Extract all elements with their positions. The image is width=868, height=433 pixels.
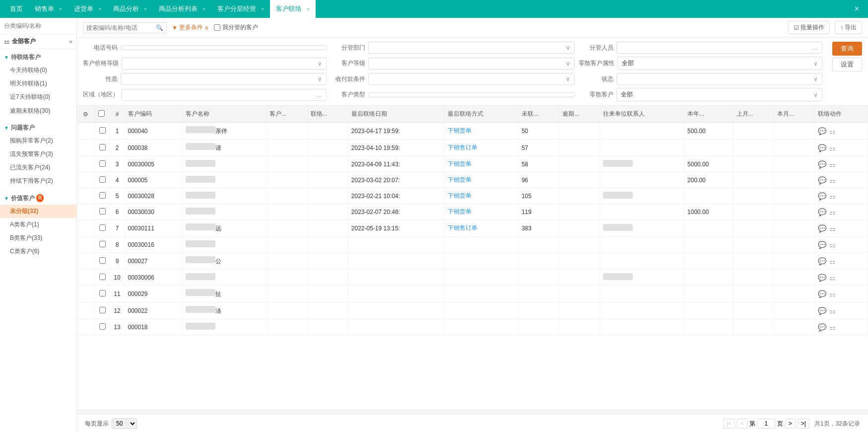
chat-icon-7[interactable]: 💬 — [818, 241, 826, 249]
close-customer-contact-icon[interactable]: × — [307, 6, 310, 12]
prev-page-button[interactable]: < — [737, 419, 747, 429]
first-page-button[interactable]: |< — [723, 419, 735, 429]
row-last-way-10[interactable] — [445, 286, 519, 302]
menu-icon-5[interactable]: ⚏ — [829, 208, 836, 216]
chat-icon-5[interactable]: 💬 — [818, 208, 826, 216]
row-check-6[interactable] — [95, 220, 110, 237]
row-last-way-4[interactable]: 下销货单 — [445, 188, 519, 204]
reset-button[interactable]: 设置 — [832, 58, 862, 72]
row-last-way-8[interactable] — [445, 253, 519, 270]
nav-purchase[interactable]: 进货单 × — [68, 0, 107, 18]
sidebar-item-ungrouped[interactable]: 未分组(32) — [0, 205, 76, 218]
row-last-way-11[interactable] — [445, 302, 519, 319]
close-product-analysis-icon[interactable]: × — [144, 6, 147, 12]
row-last-way-6[interactable]: 下销售订单 — [445, 220, 519, 237]
row-last-way-12[interactable] — [445, 319, 519, 335]
menu-icon-9[interactable]: ⚏ — [829, 274, 836, 282]
sidebar-all-customers[interactable]: ⚏ 全部客户 « — [0, 34, 76, 49]
chat-icon-8[interactable]: 💬 — [818, 257, 826, 265]
sidebar-item-class-b[interactable]: B类客户(33) — [0, 231, 76, 245]
search-input[interactable] — [86, 24, 156, 31]
filter-phone-input[interactable] — [121, 45, 327, 50]
th-unit-contact[interactable]: 往来单位联系人 — [600, 106, 684, 123]
row-last-way-7[interactable] — [445, 237, 519, 253]
page-size-select[interactable]: 50 20 100 — [112, 418, 137, 429]
th-contact[interactable]: 联络... — [307, 106, 348, 123]
select-all-checkbox[interactable] — [98, 110, 105, 117]
nav-sales[interactable]: 销售单 × — [29, 0, 68, 18]
row-check-7[interactable] — [95, 237, 110, 253]
row-check-10[interactable] — [95, 286, 110, 302]
close-product-list-icon[interactable]: × — [202, 6, 205, 12]
th-overdue[interactable]: 逾期... — [559, 106, 600, 123]
row-last-way-2[interactable]: 下销货单 — [445, 156, 519, 172]
filter-person-input[interactable]: … — [616, 42, 822, 54]
sidebar-group-problem-title[interactable]: ▼ 问题客户 — [0, 122, 76, 134]
th-uncontacted[interactable]: 未联... — [518, 106, 559, 123]
menu-icon-12[interactable]: ⚏ — [829, 323, 836, 331]
row-last-way-9[interactable] — [445, 270, 519, 286]
sidebar-item-class-a[interactable]: A类客户(1) — [0, 218, 76, 231]
row-last-way-0[interactable]: 下销货单 — [445, 123, 519, 140]
menu-icon-8[interactable]: ⚏ — [829, 257, 836, 265]
row-check-12[interactable] — [95, 319, 110, 335]
row-check-5[interactable] — [95, 204, 110, 220]
chat-icon-6[interactable]: 💬 — [818, 224, 826, 232]
my-customers-checkbox[interactable] — [214, 24, 220, 31]
row-check-11[interactable] — [95, 302, 110, 319]
row-last-way-5[interactable]: 下销货单 — [445, 204, 519, 220]
chat-icon-10[interactable]: 💬 — [818, 290, 826, 298]
close-purchase-icon[interactable]: × — [98, 6, 101, 12]
th-check[interactable] — [95, 106, 110, 123]
chat-icon-4[interactable]: 💬 — [818, 192, 826, 200]
filter-price-input[interactable]: ∨ — [122, 58, 327, 70]
close-customer-layer-icon[interactable]: × — [261, 6, 264, 12]
last-page-button[interactable]: >| — [798, 419, 809, 429]
chat-icon-12[interactable]: 💬 — [818, 323, 826, 331]
sidebar-search-input[interactable] — [4, 22, 77, 29]
filter-dept-input[interactable]: ∨ — [368, 42, 574, 54]
sidebar-item-churn-warn[interactable]: 流失预警客户(3) — [0, 147, 76, 161]
sidebar-group-value-title[interactable]: ▼ 价值客户 R — [0, 192, 76, 205]
menu-icon-3[interactable]: ⚏ — [829, 176, 836, 184]
export-button[interactable]: ↑ 导出 — [835, 21, 862, 34]
row-check-1[interactable] — [95, 140, 110, 156]
menu-icon-11[interactable]: ⚏ — [829, 307, 836, 315]
th-last-contact-way[interactable]: 最后联络方式 — [445, 106, 519, 123]
row-check-8[interactable] — [95, 253, 110, 270]
chat-icon-0[interactable]: 💬 — [818, 127, 826, 135]
row-check-9[interactable] — [95, 270, 110, 286]
sidebar-item-class-c[interactable]: C类客户(6) — [0, 245, 76, 258]
more-filters-button[interactable]: ▼ 更多条件 ∧ — [172, 23, 209, 32]
page-number-input[interactable] — [757, 419, 775, 429]
filter-payment-input[interactable]: ∨ — [368, 73, 574, 85]
chat-icon-9[interactable]: 💬 — [818, 274, 826, 282]
chat-icon-1[interactable]: 💬 — [818, 144, 826, 152]
chat-icon-3[interactable]: 💬 — [818, 176, 826, 184]
row-check-4[interactable] — [95, 188, 110, 204]
filter-nature-input[interactable]: ∨ — [121, 73, 327, 85]
chat-icon-2[interactable]: 💬 — [818, 160, 826, 168]
sidebar-group-pending-title[interactable]: ▼ 待联络客户 — [0, 51, 76, 64]
th-last-contact-date[interactable]: 最后联络日期 — [348, 106, 444, 123]
filter-search-icon[interactable]: 🔍 — [156, 24, 163, 31]
next-page-button[interactable]: > — [785, 419, 796, 429]
filter-level-input[interactable]: ∨ — [368, 58, 574, 70]
nav-customer-layer[interactable]: 客户分层经营 × — [211, 0, 270, 18]
horizontal-scroll[interactable] — [77, 410, 868, 414]
sidebar-item-decline[interactable]: 持续下滑客户(2) — [0, 174, 76, 188]
sidebar-item-tomorrow[interactable]: 明天待联络(1) — [0, 77, 76, 90]
row-last-way-3[interactable]: 下销货单 — [445, 172, 519, 188]
menu-icon-4[interactable]: ⚏ — [829, 192, 836, 200]
menu-icon-6[interactable]: ⚏ — [829, 224, 836, 232]
nav-product-analysis[interactable]: 商品分析 × — [107, 0, 153, 18]
filter-region-input[interactable]: … — [122, 89, 327, 101]
sidebar-item-7days[interactable]: 近7天待联络(0) — [0, 90, 76, 104]
nav-customer-contact[interactable]: 客户联络 × — [270, 0, 316, 18]
close-sales-icon[interactable]: × — [59, 6, 62, 12]
th-this-month[interactable]: 本月... — [774, 106, 814, 123]
th-name[interactable]: 客户名称 — [182, 106, 267, 123]
th-code[interactable]: 客户编码 — [125, 106, 182, 123]
nav-product-analysis-list[interactable]: 商品分析列表 × — [153, 0, 211, 18]
batch-op-button[interactable]: ☑ 批量操作 — [788, 21, 830, 34]
